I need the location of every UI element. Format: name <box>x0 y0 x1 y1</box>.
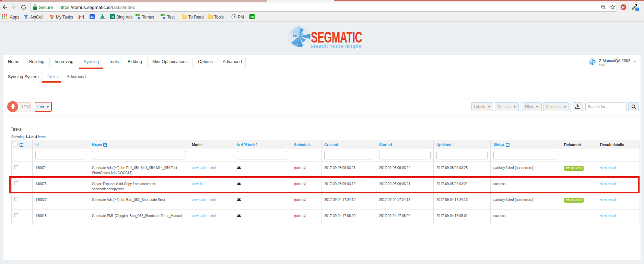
svg-text:b: b <box>112 15 114 19</box>
svg-text:P: P <box>622 5 624 9</box>
svg-text:31: 31 <box>91 15 94 19</box>
svg-text:TC: TC <box>250 15 254 19</box>
